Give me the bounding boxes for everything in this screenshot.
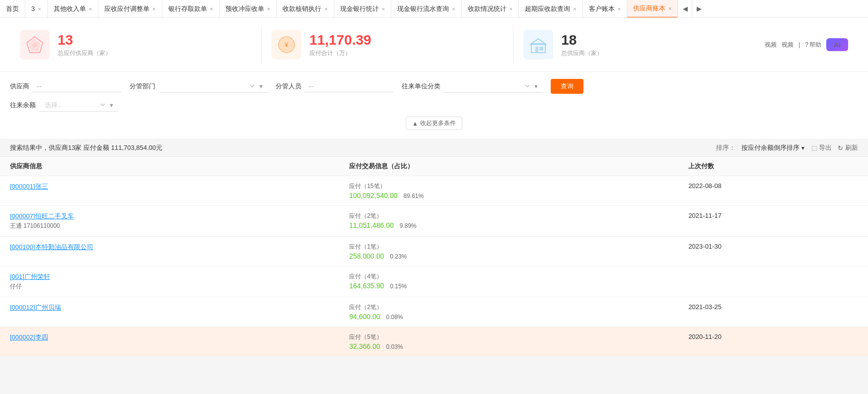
person-input[interactable] <box>304 80 394 92</box>
query-button[interactable]: 查询 <box>551 79 583 94</box>
tx-amount: 94,600.00 <box>349 313 380 321</box>
supplier-info-cell: [000001]张三 <box>10 182 349 191</box>
table-row: [000100]本特勤油品有限公司 应付（1笔） 258,000.00 0.23… <box>0 237 868 266</box>
payable-total-number: 11,170.39 <box>309 32 371 49</box>
svg-text:¥: ¥ <box>284 41 289 49</box>
nav-arrow-left[interactable]: ◀ <box>678 0 692 18</box>
nav-tab-home[interactable]: 首页 <box>0 0 25 18</box>
tx-row: 258,000.00 0.23% <box>349 251 688 260</box>
chevron-down-icon: ▼ <box>800 145 805 151</box>
tx-row: 32,366.00 0.03% <box>349 341 688 350</box>
supplier-info-cell: [000007]恒旺二手叉车 王通 17106110000 <box>10 212 349 230</box>
dept-select-wrap[interactable]: ▼ <box>158 80 268 93</box>
nav-tab-3[interactable]: 3 × <box>25 0 48 18</box>
payable-suppliers-label: 总应付供应商（家） <box>58 49 111 58</box>
nav-tab-collection-stat[interactable]: 收款情况统计 × <box>462 0 519 18</box>
nav-tab-prepay[interactable]: 预收冲应收单 × <box>219 0 277 18</box>
refresh-button[interactable]: ↻ 刷新 <box>838 143 858 152</box>
close-icon[interactable]: × <box>38 6 41 12</box>
close-icon[interactable]: × <box>324 6 327 12</box>
last-pay-cell: 2020-11-20 <box>688 333 858 340</box>
nav-tab-3-label: 3 <box>31 5 35 12</box>
supplier-name-link[interactable]: [000001]张三 <box>10 182 349 191</box>
supplier-name-link[interactable]: [001]广州荣轩 <box>10 272 349 281</box>
last-pay-cell: 2022-08-08 <box>688 182 858 190</box>
tx-label: 应付（4笔） <box>349 272 688 281</box>
nav-tab-customer-account[interactable]: 客户账本 × <box>583 0 627 18</box>
nav-tab-bank[interactable]: 银行存取款单 × <box>162 0 219 18</box>
nav-tab-adjustment-label: 应收应付调整单 <box>104 4 149 13</box>
refresh-icon: ↻ <box>838 144 843 152</box>
nav-tab-supplier-account[interactable]: 供应商账本 × <box>627 0 678 18</box>
close-icon[interactable]: × <box>668 5 671 11</box>
nav-tab-home-label: 首页 <box>6 4 19 13</box>
total-suppliers-icon-wrap <box>523 30 553 60</box>
nav-tab-collection[interactable]: 收款核销执行 × <box>277 0 334 18</box>
close-icon[interactable]: × <box>210 6 213 12</box>
table-row: [000001]张三 应付（15笔） 100,092,540.00 89.61%… <box>0 176 868 206</box>
tx-amount: 11,051,486.00 <box>349 221 394 229</box>
nav-tab-prepay-label: 预收冲应收单 <box>225 4 264 13</box>
help-link[interactable]: ? 帮助 <box>805 41 821 49</box>
tx-percent: 0.03% <box>386 343 403 350</box>
category-select[interactable] <box>447 82 531 90</box>
collapse-icon: ▲ <box>412 120 418 127</box>
top-links-video-text[interactable]: 视频 <box>782 41 794 49</box>
tx-label: 应付（1笔） <box>349 243 688 251</box>
nav-tab-cash-stat[interactable]: 现金银行统计 × <box>334 0 391 18</box>
close-icon[interactable]: × <box>152 6 155 12</box>
table-row: [000002]李四 应付（5笔） 32,366.00 0.03% 2020-1… <box>0 327 868 357</box>
nav-arrow-right[interactable]: ▶ <box>692 0 706 18</box>
nav-tab-adjustment[interactable]: 应收应付调整单 × <box>98 0 162 18</box>
nav-tab-cash-flow-label: 现金银行流水查询 <box>397 4 449 13</box>
nav-tab-customer-account-label: 客户账本 <box>589 4 615 13</box>
category-select-wrap[interactable]: ▼ <box>443 80 543 93</box>
nav-tab-overdue[interactable]: 超期应收款查询 × <box>519 0 582 18</box>
dept-select[interactable] <box>162 82 256 90</box>
tx-amount: 258,000.00 <box>349 252 384 260</box>
supplier-info-cell: [000002]李四 <box>10 333 349 342</box>
collapse-button[interactable]: ▲ 收起更多条件 <box>406 117 462 130</box>
filter-person: 分管人员 <box>276 80 394 92</box>
sort-select[interactable]: 按应付余额倒序排序 ▼ <box>741 143 805 152</box>
supplier-name-link[interactable]: [000100]本特勤油品有限公司 <box>10 243 349 252</box>
summary-card-total-suppliers: 18 总供应商（家） <box>513 26 765 64</box>
close-icon[interactable]: × <box>382 6 385 12</box>
nav-tab-other-income[interactable]: 其他收入单 × <box>48 0 98 18</box>
supplier-name-link[interactable]: [000012]广州贝瑞 <box>10 303 349 312</box>
video-link[interactable]: 视频 <box>765 41 777 49</box>
filter-category: 往来单位分类 ▼ <box>402 80 543 93</box>
last-pay-cell: 2021-03-25 <box>688 303 858 311</box>
summary-card-payable-suppliers: ◇ 13 总应付供应商（家） <box>10 26 262 64</box>
nav-tab-overdue-label: 超期应收款查询 <box>525 4 570 13</box>
tx-row: 94,600.00 0.08% <box>349 312 688 321</box>
collapse-label: 收起更多条件 <box>420 119 456 128</box>
close-icon[interactable]: × <box>509 6 512 12</box>
supplier-name-link[interactable]: [000002]李四 <box>10 333 349 342</box>
ai-badge[interactable]: Ai <box>826 38 848 51</box>
nav-tab-other-income-label: 其他收入单 <box>54 4 86 13</box>
top-navigation: 首页 3 × 其他收入单 × 应收应付调整单 × 银行存取款单 × 预收冲应收单… <box>0 0 868 18</box>
payable-total-label: 应付合计（万） <box>309 49 371 58</box>
table-row: [001]广州荣轩 仔仔 应付（4笔） 164,635.90 0.15% <box>0 266 868 297</box>
tx-label: 应付（2笔） <box>349 212 688 220</box>
supplier-name-link[interactable]: [000007]恒旺二手叉车 <box>10 212 349 221</box>
tx-label: 应付（2笔） <box>349 303 688 312</box>
col-header-lastpay: 上次付数 <box>688 162 858 171</box>
nav-tab-cash-flow[interactable]: 现金银行流水查询 × <box>391 0 461 18</box>
export-button[interactable]: ⬚ 导出 <box>811 143 832 152</box>
supplier-input[interactable] <box>32 80 122 92</box>
export-label: 导出 <box>819 143 832 152</box>
filter-row-2: 往来余额 选择... ▼ <box>10 99 858 112</box>
close-icon[interactable]: × <box>618 6 621 12</box>
close-icon[interactable]: × <box>452 6 455 12</box>
svg-rect-6 <box>535 47 538 53</box>
balance-select-wrap[interactable]: 选择... ▼ <box>39 99 118 112</box>
close-icon[interactable]: × <box>267 6 270 12</box>
help-text: 帮助 <box>809 41 821 49</box>
balance-select[interactable]: 选择... <box>43 101 107 109</box>
close-icon[interactable]: × <box>573 6 576 12</box>
payable-suppliers-number: 13 <box>58 32 111 49</box>
close-icon[interactable]: × <box>89 6 92 12</box>
tx-percent: 0.15% <box>390 283 407 290</box>
